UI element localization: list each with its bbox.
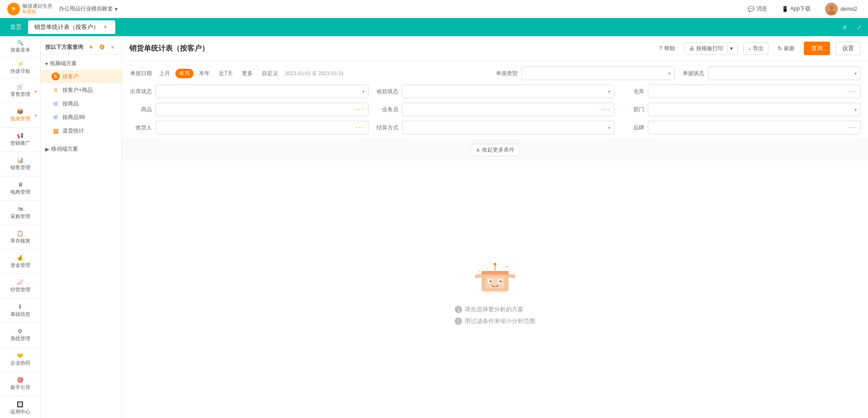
export-btn[interactable]: ↓ 导出 [743, 43, 769, 55]
print-dropdown-arrow[interactable]: ▾ [727, 45, 733, 52]
message-btn[interactable]: 💬 消息 [744, 3, 771, 14]
type-select[interactable]: ▾ [521, 66, 675, 80]
filter-settlement: 结算方式 ▾ [376, 121, 615, 134]
settings-btn[interactable]: 设置 [835, 42, 861, 55]
sidebar-item-appcenter[interactable]: 🔲 应用中心 [0, 396, 40, 418]
filter-row-4: 收货人 ··· 结算方式 ▾ [129, 121, 861, 134]
filter-payment: 收款状态 ▾ [376, 85, 615, 98]
company-select[interactable]: 办公用品行业模拟账套 ▾ [56, 4, 120, 14]
company-name: 办公用品行业模拟账套 [59, 5, 113, 13]
shortcut-this-month[interactable]: 本月 [175, 69, 193, 78]
refresh-btn[interactable]: ↻ 刷新 [774, 43, 798, 54]
tree-item-by-customer-product[interactable]: ≡ 按客户+商品 [41, 83, 122, 97]
tree-item-by-customer[interactable]: 客 按客户 [41, 70, 122, 83]
tab-sales-stat-label: 销货单统计表（按客户） [34, 23, 99, 31]
sidebar-item-quick-nav[interactable]: ⚡ 快捷导航 [0, 57, 40, 79]
status-select[interactable]: ▾ [708, 66, 861, 80]
product-label: 商品 [129, 106, 152, 114]
sidebar-item-ecommerce[interactable]: 🖥 电商管理 [0, 176, 40, 201]
bar-icon-2: ▦ [52, 127, 60, 135]
sidebar-item-search-menu[interactable]: 🔍 搜索菜单 [0, 36, 40, 57]
enterprise-icon: 🤝 [17, 352, 24, 359]
sidebar-item-basic[interactable]: ℹ 基础信息 [0, 299, 40, 323]
payment-select[interactable]: ▾ [402, 85, 615, 98]
filter-date: 单据日期 上月 本月 本年 近7天 更多 自定义 20 [129, 69, 488, 78]
sidebar-item-system[interactable]: ⚙ 系统管理 [0, 323, 40, 347]
sidebar-item-inventory[interactable]: 📋 库存核算 [0, 225, 40, 250]
tree-item-return-stats[interactable]: ▦ 退货统计 [41, 124, 122, 138]
payment-label: 收款状态 [376, 88, 398, 95]
add-scheme-btn[interactable]: + [86, 43, 95, 52]
sidebar-item-sales[interactable]: 📊 销售管理 [0, 152, 40, 176]
appcenter-icon: 🔲 [17, 401, 24, 408]
ecommerce-icon: 🖥 [18, 181, 23, 188]
recipient-input[interactable]: ··· [156, 121, 368, 134]
filter-ship-status: 出库状态 ▾ [129, 85, 368, 98]
collapse-panel-btn[interactable]: « [108, 43, 117, 52]
system-icon: ⚙ [18, 328, 23, 334]
left-panel-title: 按以下方案查询 [45, 43, 83, 51]
app-download-btn[interactable]: 📱 App下载 [778, 3, 814, 14]
user-avatar [825, 3, 838, 15]
help-label: 帮助 [664, 45, 675, 52]
tree-group-desktop[interactable]: ▾ 电脑端方案 [41, 57, 122, 70]
app-logo [7, 3, 20, 15]
sidebar-item-operation[interactable]: 📈 经营管理 [0, 274, 40, 299]
tab-home[interactable]: 首页 [4, 20, 28, 34]
restore-icon: ⤢ [857, 24, 862, 31]
tree-group-mobile[interactable]: ▶ 移动端方案 [41, 143, 122, 155]
product-picker-icon: ··· [355, 105, 364, 114]
sidebar-item-enterprise[interactable]: 🤝 企业协同 [0, 347, 40, 372]
restore-btn[interactable]: ⤢ [854, 22, 864, 33]
brand-input[interactable]: ··· [648, 121, 861, 134]
warehouse-input[interactable]: ··· [648, 85, 861, 98]
message-label: 消息 [756, 5, 767, 13]
ship-select[interactable]: ▾ [156, 85, 368, 98]
tab-sales-stat[interactable]: 销货单统计表（按客户） × [28, 20, 115, 34]
print-btn[interactable]: 🖨 按模板打印 ▾ [684, 43, 738, 55]
tab-close-btn[interactable]: × [102, 24, 109, 31]
close-tab-btn[interactable]: ✕ [839, 22, 850, 33]
settlement-select[interactable]: ▾ [402, 121, 615, 134]
header-left: 畅捷通好生意 标图版 办公用品行业模拟账套 ▾ [7, 3, 120, 15]
filter-staff: 业务员 ··· [376, 103, 615, 116]
dept-select[interactable]: ▾ [648, 103, 861, 116]
tree-item-by-product[interactable]: ⊞ 按商品 [41, 97, 122, 110]
filter-recipient: 收货人 ··· [129, 121, 368, 134]
help-btn[interactable]: ? 帮助 [656, 43, 679, 54]
quick-nav-label: 快捷导航 [10, 68, 30, 75]
sidebar-item-newuser[interactable]: 🎯 新手引导 [0, 372, 40, 396]
date-shortcuts: 上月 本月 本年 近7天 更多 自定义 [156, 69, 282, 78]
staff-label: 业务员 [376, 106, 398, 114]
query-btn[interactable]: 查询 [804, 42, 830, 55]
sidebar-item-marketing[interactable]: 📢 营销推广 [0, 128, 40, 152]
collapse-bar: ∧ 收起更多条件 [122, 140, 868, 160]
content-area: 按以下方案查询 + ⚙ « ▾ 电脑端方案 客 [41, 36, 868, 418]
sidebar-item-purchase[interactable]: 🛍 采购管理 [0, 201, 40, 225]
query-label: 查询 [811, 44, 823, 52]
user-name: demo2 [840, 6, 857, 12]
shortcut-last-month[interactable]: 上月 [156, 69, 174, 78]
shortcut-this-year[interactable]: 本年 [195, 69, 213, 78]
empty-tip-2: 2 用过滤条件来缩小分析范围 [455, 317, 535, 325]
settings-scheme-btn[interactable]: ⚙ [97, 43, 106, 52]
product-input[interactable]: ··· [156, 103, 368, 116]
shortcut-custom[interactable]: 自定义 [258, 69, 282, 78]
customer-product-label: 按客户+商品 [62, 86, 93, 94]
shortcut-last-7[interactable]: 近7天 [215, 69, 236, 78]
collapse-btn[interactable]: ∧ 收起更多条件 [470, 144, 520, 156]
tab-bar-actions: ✕ ⤢ [839, 22, 864, 33]
sales-label: 销售管理 [10, 165, 30, 171]
sidebar-item-wholesale[interactable]: 📦 批发管理 [0, 103, 40, 128]
tree-item-by-product99[interactable]: ⊞ 按商品99 [41, 110, 122, 124]
staff-picker-icon: ··· [602, 105, 610, 114]
shortcut-more[interactable]: 更多 [238, 69, 256, 78]
staff-input[interactable]: ··· [402, 103, 615, 116]
user-area[interactable]: demo2 [821, 1, 861, 17]
main-layout: 🔍 搜索菜单 ⚡ 快捷导航 🛒 零售管理 📦 批发管理 📢 营销推广 📊 销售管… [0, 36, 868, 418]
date-label: 单据日期 [129, 70, 152, 77]
ship-label: 出库状态 [129, 88, 152, 95]
sidebar-item-finance[interactable]: 💰 资金管理 [0, 250, 40, 274]
sidebar-item-retail[interactable]: 🛒 零售管理 [0, 79, 40, 103]
payment-dropdown-arrow: ▾ [608, 89, 610, 94]
